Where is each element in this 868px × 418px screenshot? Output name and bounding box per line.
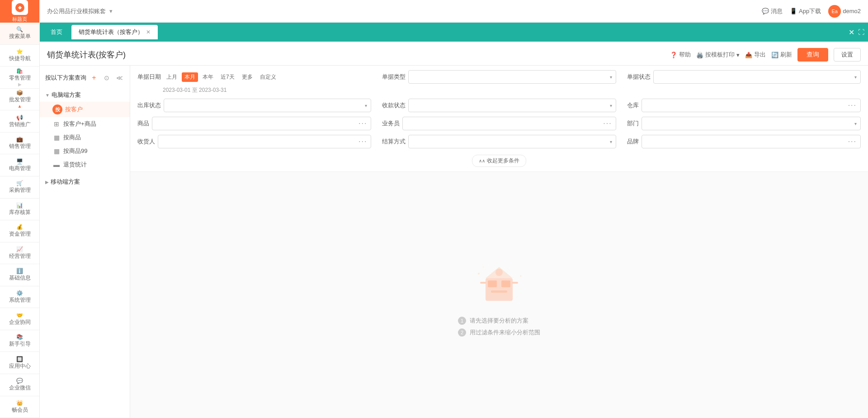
collapse-label: 收起更多条件 [487,157,519,165]
scheme-add-button[interactable]: + [89,73,99,83]
print-dropdown-icon[interactable]: ▾ [736,52,740,58]
maximize-icon[interactable]: ⛶ [858,28,864,36]
download-icon: 📱 [790,8,797,14]
sidebar-item-operations[interactable]: 📈 经营管理 [0,242,39,265]
app-download-button[interactable]: 📱 App下载 [790,7,821,15]
apps-icon: 🔲 [16,356,23,362]
print-button[interactable]: 🖨️ 按模板打印 ▾ [696,51,740,59]
tab-sales-stats[interactable]: 销货单统计表（按客户） ✕ [71,25,158,39]
brand-multi-select[interactable]: ··· [642,135,861,148]
topbar-dropdown-icon[interactable]: ▾ [109,8,113,14]
sidebar-item-wechat[interactable]: 💬 企业微信 [0,374,39,396]
date-range-row: 2023-03-01 至 2023-03-31 [130,86,868,97]
sidebar-item-label: 采购管理 [9,186,31,194]
sidebar-item-finance[interactable]: 💰 资金管理 [0,220,39,242]
scheme-category-pc-header[interactable]: ▼ 电脑端方案 [40,88,130,102]
inventory-icon: 📊 [16,202,23,209]
user-avatar-area[interactable]: Ea demo2 [828,5,861,18]
settlement-select[interactable]: ▾ [408,135,616,148]
sidebar-item-search[interactable]: 🔍 搜索菜单 [0,23,39,45]
page-content: 按以下方案查询 + ⊙ ≪ ▼ 电脑端方案 按 [40,66,868,418]
sidebar-item-shortcut[interactable]: ⭐ 快捷导航 [0,45,39,67]
avatar-text: Ea [832,9,838,14]
sidebar-item-inventory[interactable]: 📊 库存核算 [0,199,39,221]
sidebar-item-label: 基础信息 [9,274,31,282]
svg-rect-3 [501,280,510,287]
tab-close-icon[interactable]: ✕ [146,29,151,35]
warehouse-multi-select[interactable]: ··· [642,99,861,112]
scheme-edit-button[interactable]: ⊙ [102,73,112,83]
order-status-select[interactable]: ▾ [653,70,861,84]
date-tab-7days[interactable]: 近7天 [218,72,237,82]
date-tab-thismonth[interactable]: 本月 [182,72,198,82]
collapse-icon: ∧∧ [479,158,485,163]
scheme-item-by-product99[interactable]: ▦ 按商品99 [40,144,130,158]
scheme-item-return-stats[interactable]: ▬ 退货统计 [40,158,130,171]
page-body: 销货单统计表(按客户) ❓ 帮助 🖨️ 按模板打印 ▾ 📤 导出 🔄 刷新 [40,42,868,418]
message-button[interactable]: 💬 消息 [762,7,783,15]
sidebar-item-system[interactable]: ⚙️ 系统管理 [0,286,39,309]
help-button[interactable]: ❓ 帮助 [670,51,691,59]
sidebar-item-label: 畅会员 [12,406,28,414]
scheme-item-by-customer[interactable]: 按 按客户 [40,102,130,117]
app-logo[interactable]: 标题页 [0,0,39,23]
date-tab-lastmonth[interactable]: 上月 [164,72,180,82]
scheme-item-label: 退货统计 [63,161,87,169]
payment-status-label: 收款状态 [382,101,406,109]
date-tab-thisyear[interactable]: 本年 [200,72,216,82]
settings-button[interactable]: 设置 [834,48,861,62]
export-icon: 📤 [745,52,752,58]
scheme-category-mobile-header[interactable]: ▶ 移动端方案 [40,175,130,189]
out-status-select[interactable]: ▾ [164,99,371,112]
sidebar-item-label: 企业微信 [9,384,31,392]
sidebar-item-procurement[interactable]: 🛒 采购管理 [0,176,39,199]
empty-illustration [472,253,526,308]
sidebar-item-apps[interactable]: 🔲 应用中心 [0,352,39,374]
sidebar-item-marketing[interactable]: 📢 营销推广 [0,110,39,133]
scheme-collapse-button[interactable]: ≪ [114,73,124,83]
query-button[interactable]: 查询 [797,48,828,62]
collapse-row: ∧∧ 收起更多条件 [130,151,868,171]
newbie-icon: 📚 [16,334,23,340]
filter-row-1: 单据日期 上月 本月 本年 近7天 更多 自定义 [130,66,868,86]
payment-status-select[interactable]: ▾ [408,99,616,112]
refresh-icon: 🔄 [771,52,778,58]
procurement-icon: 🛒 [16,180,23,186]
sidebar-item-label: 企业协同 [9,318,31,326]
department-select[interactable]: ▾ [642,117,861,130]
close-window-icon[interactable]: ✕ [849,28,854,37]
tabbar: 首页 销货单统计表（按客户） ✕ ✕ ⛶ [40,23,868,42]
sidebar-item-newbie[interactable]: 📚 新手引导 [0,330,39,352]
sidebar-item-member[interactable]: 👑 畅会员 [0,396,39,418]
by-product-icon: ▦ [52,133,61,142]
product-multi-input[interactable]: ··· [152,117,371,130]
sidebar-item-retail[interactable]: 🛍️ 零售管理 ▶ [0,66,39,89]
page-header-actions: ❓ 帮助 🖨️ 按模板打印 ▾ 📤 导出 🔄 刷新 查询 设置 [670,48,861,62]
category-label: 移动端方案 [51,178,80,186]
sidebar-item-basic[interactable]: ℹ️ 基础信息 [0,264,39,286]
marketing-icon: 📢 [16,114,23,121]
order-type-select[interactable]: ▾ [408,70,616,84]
sidebar-item-sales[interactable]: 💼 销售管理 [0,133,39,155]
sidebar-item-enterprise[interactable]: 🤝 企业协同 [0,308,39,330]
sidebar-item-wholesale[interactable]: 📦 批发管理 ▲ [0,89,39,111]
sidebar-item-ecommerce[interactable]: 🖥️ 电商管理 [0,154,39,176]
date-tab-custom[interactable]: 自定义 [257,72,279,82]
topbar-left: 办公用品行业模拟账套 ▾ [47,7,113,15]
help-icon: ❓ [670,52,677,58]
scheme-item-by-customer-product[interactable]: ⊞ 按客户+商品 [40,117,130,131]
salesperson-multi-input[interactable]: ··· [402,117,616,130]
date-control: 上月 本月 本年 近7天 更多 自定义 [164,72,371,82]
tab-home[interactable]: 首页 [43,25,70,39]
svg-point-6 [495,269,503,276]
scheme-item-by-product[interactable]: ▦ 按商品 [40,131,130,144]
filter-and-table-area: 单据日期 上月 本月 本年 近7天 更多 自定义 [130,66,868,418]
sidebar-item-label: 新手引导 [9,340,31,348]
filter-field-department: 部门 ▾ [627,117,861,130]
refresh-button[interactable]: 🔄 刷新 [771,51,792,59]
recipient-multi-input[interactable]: ··· [158,135,371,148]
sidebar: 标题页 🔍 搜索菜单 ⭐ 快捷导航 🛍️ 零售管理 ▶ 📦 批发管理 ▲ 📢 营… [0,0,40,418]
export-button[interactable]: 📤 导出 [745,51,766,59]
date-tab-more[interactable]: 更多 [239,72,255,82]
collapse-button[interactable]: ∧∧ 收起更多条件 [472,155,526,167]
